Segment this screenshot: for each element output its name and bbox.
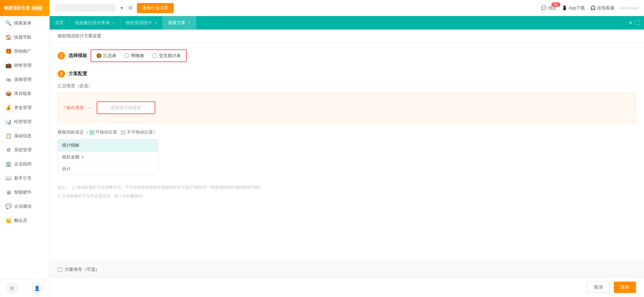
cancel-button[interactable]: 取消 <box>587 282 610 293</box>
non-draggable-hint-box <box>121 130 125 135</box>
sidebar-label-quick-nav: 快捷导航 <box>14 34 32 40</box>
content-area: 收款情况统计方案设置 1 选择模板 汇总表明细表交叉统计表 2 方案配置 汇总维… <box>50 30 644 277</box>
topbar-dropdown-btn[interactable]: ▼ <box>119 5 124 11</box>
radio-label-detail: 明细表 <box>131 53 144 59</box>
logo-text: 畅捷通好生意 <box>4 5 30 11</box>
metrics-row-dropdown-icon[interactable]: ▾ <box>82 155 84 160</box>
topbar-right: 💬 消息 99+ 📱 App下载 🎧 在线客服 xxxx xxxx <box>541 5 639 11</box>
radio-item-summary[interactable]: 汇总表 <box>97 53 116 59</box>
radio-summary[interactable] <box>97 53 101 58</box>
tips-title: 提示： 1. 拖动标题栏可以调整布局，不可跨维度或指标区域拖动栏目字段(只能在同… <box>58 184 636 191</box>
sidebar-label-marketing: 营销推广 <box>14 48 32 54</box>
sidebar-icon-marketing: 🎁 <box>5 48 11 54</box>
radio-cross[interactable] <box>152 53 157 58</box>
dimension-row: * 纵向维度 — 请选择分组维度 <box>63 101 630 114</box>
search-input[interactable] <box>55 4 115 12</box>
sidebar-item-search-menu[interactable]: 🔍搜索菜单 <box>0 16 49 30</box>
sidebar-bottom-btn-1[interactable]: ⚙ <box>6 282 18 294</box>
sidebar-icon-hardware: 🖥 <box>5 189 11 195</box>
sidebar-nav: 🔍搜索菜单🏠快捷导航🎁营销推广💼销售管理🛍采购管理📦库存核算💰资金管理📊经营管理… <box>0 16 49 279</box>
tab-bank-flow[interactable]: 现金银行流水查询× <box>69 16 120 30</box>
message-btn[interactable]: 💬 消息 99+ <box>541 5 556 11</box>
sidebar-label-sales: 销售管理 <box>14 62 32 68</box>
template-radio-group: 汇总表明细表交叉统计表 <box>91 49 187 62</box>
sidebar-item-quick-nav[interactable]: 🏠快捷导航 <box>0 30 49 44</box>
metrics-header: 模板指标设定（ 可拖动位置 不可拖动位置） <box>58 129 636 135</box>
service-btn[interactable]: 🎧 在线客服 <box>590 5 614 11</box>
sidebar-item-member[interactable]: 👑畅会员 <box>0 213 49 228</box>
sidebar-label-enterprise: 企业协同 <box>14 161 32 167</box>
maximize-icon[interactable]: ⛶ <box>635 20 640 26</box>
sidebar-item-hardware[interactable]: 🖥智能硬件 <box>0 185 49 199</box>
dimension-config: 汇总维度（必选） * 纵向维度 — 请选择分组维度 <box>58 83 636 122</box>
sidebar-item-operations[interactable]: 📊经营管理 <box>0 115 49 129</box>
save-label: 方案保存（可选） <box>65 266 100 273</box>
sidebar-label-wechat: 企业微信 <box>14 203 32 209</box>
app-download-btn[interactable]: 📱 App下载 <box>562 5 585 11</box>
step2-number: 2 <box>58 70 65 78</box>
sidebar-item-guide[interactable]: 📖新手引导 <box>0 171 49 185</box>
step1-section: 1 选择模板 汇总表明细表交叉统计表 <box>58 49 636 62</box>
step1-title: 选择模板 <box>68 53 87 59</box>
breadcrumb: 收款情况统计方案设置 <box>50 30 644 43</box>
sidebar-label-basic-info: 基础信息 <box>14 133 32 139</box>
vertical-dimension-label: * 纵向维度 <box>63 105 84 111</box>
sidebar-item-sales[interactable]: 💼销售管理 <box>0 58 49 72</box>
sidebar-item-finance[interactable]: 💰资金管理 <box>0 101 49 115</box>
sidebar-icon-inventory: 📦 <box>5 91 11 97</box>
tab-close-bank-flow[interactable]: × <box>112 20 115 25</box>
sidebar-item-system[interactable]: ⚙系统管理 <box>0 143 49 157</box>
sidebar-item-wechat[interactable]: 💬企业微信 <box>0 199 49 213</box>
sidebar-icon-enterprise: 🏢 <box>5 161 11 167</box>
dimension-area: * 纵向维度 — 请选择分组维度 <box>58 93 636 122</box>
sidebar-icon-search-menu: 🔍 <box>5 20 11 26</box>
tab-close-collection-stats[interactable]: × <box>155 20 157 25</box>
sidebar-icon-guide: 📖 <box>5 175 11 181</box>
step2-title: 方案配置 <box>68 71 87 77</box>
gear-icon[interactable]: ⚙ <box>128 5 133 11</box>
tab-home[interactable]: 首页 <box>50 16 69 30</box>
close-window-icon[interactable]: ✕ <box>628 20 633 26</box>
dimension-select[interactable]: 请选择分组维度 <box>97 101 155 114</box>
sidebar-label-hardware: 智能硬件 <box>14 189 32 195</box>
tab-new-plan[interactable]: 新建方案× <box>163 16 196 30</box>
metrics-row: 收款金额 ▾ <box>58 151 158 163</box>
sidebar-item-inventory[interactable]: 📦库存核算 <box>0 87 49 101</box>
step2-header: 2 方案配置 <box>58 70 636 78</box>
sidebar-item-basic-info[interactable]: 📋基础信息 <box>0 129 49 143</box>
sidebar-icon-member: 👑 <box>5 217 11 224</box>
tab-collection-stats[interactable]: 收款情况统计× <box>120 16 163 30</box>
sidebar-icon-quick-nav: 🏠 <box>5 34 11 40</box>
radio-item-cross[interactable]: 交叉统计表 <box>152 53 181 59</box>
step1-number: 1 <box>58 52 65 59</box>
sidebar-icon-operations: 📊 <box>5 119 11 125</box>
save-section: 方案保存（可选） <box>50 261 644 277</box>
sidebar-icon-purchase: 🛍 <box>5 77 11 83</box>
app-icon: 📱 <box>562 5 567 10</box>
tab-close-new-plan[interactable]: × <box>188 20 191 25</box>
tips-section: 提示： 1. 拖动标题栏可以调整布局，不可跨维度或指标区域拖动栏目字段(只能在同… <box>58 184 636 200</box>
message-badge: 99+ <box>551 2 560 7</box>
main-area: ▼ ⚙ 体验行业方案 💬 消息 99+ 📱 App下载 🎧 在线客服 xxxx … <box>50 0 644 297</box>
trial-btn[interactable]: 体验行业方案 <box>137 3 174 13</box>
sidebar-label-search-menu: 搜索菜单 <box>14 20 32 26</box>
sidebar-item-purchase[interactable]: 🛍采购管理 <box>0 72 49 87</box>
dimension-arrow: — <box>88 105 93 110</box>
sidebar-label-member: 畅会员 <box>14 217 27 224</box>
logo-tag: 标准版 <box>32 6 43 11</box>
sidebar-item-enterprise[interactable]: 🏢企业协同 <box>0 157 49 171</box>
radio-item-detail[interactable]: 明细表 <box>124 53 144 59</box>
metrics-section: 模板指标设定（ 可拖动位置 不可拖动位置） 统计指标 收款金额 ▾合计 <box>58 129 636 176</box>
topbar: ▼ ⚙ 体验行业方案 💬 消息 99+ 📱 App下载 🎧 在线客服 xxxx … <box>50 0 644 16</box>
sidebar-icon-wechat: 💬 <box>5 203 11 209</box>
sidebar-item-marketing[interactable]: 🎁营销推广 <box>0 44 49 58</box>
sidebar-label-inventory: 库存核算 <box>14 91 32 97</box>
save-checkbox[interactable] <box>58 267 62 272</box>
metrics-row-label: 收款金额 ▾ <box>62 154 84 160</box>
query-button[interactable]: 查询 <box>614 282 636 293</box>
radio-detail[interactable] <box>124 53 129 58</box>
sidebar-bottom-btn-2[interactable]: 👤 <box>31 282 43 294</box>
tab-label-new-plan: 新建方案 <box>168 20 185 26</box>
footer: 取消 查询 <box>50 277 644 297</box>
sidebar-label-system: 系统管理 <box>14 147 32 153</box>
